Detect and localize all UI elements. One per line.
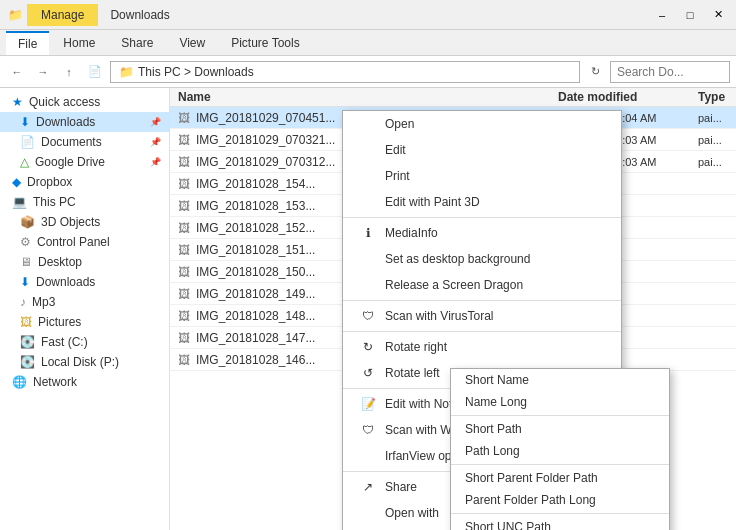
share-icon: ↗ bbox=[359, 478, 377, 496]
ribbon-tab-view[interactable]: View bbox=[167, 32, 217, 54]
open-with-icon bbox=[359, 504, 377, 522]
refresh-button[interactable]: ↻ bbox=[584, 61, 606, 83]
file-icon: 🖼 bbox=[178, 265, 190, 279]
quick-access-icon: ★ bbox=[12, 95, 23, 109]
path-icon: 📁 bbox=[119, 65, 134, 79]
file-type: pai... bbox=[698, 134, 728, 146]
sidebar-label: 3D Objects bbox=[41, 215, 100, 229]
sub-label: Path Long bbox=[465, 444, 520, 458]
ctx-open[interactable]: Open bbox=[343, 111, 621, 137]
sidebar: ★ Quick access ⬇ Downloads 📌 📄 Documents… bbox=[0, 88, 170, 530]
sidebar-item-downloads-quick[interactable]: ⬇ Downloads 📌 bbox=[0, 112, 169, 132]
ctx-virustotal[interactable]: 🛡 Scan with VirusToral bbox=[343, 303, 621, 329]
ctx-separator bbox=[343, 217, 621, 218]
sub-label: Name Long bbox=[465, 395, 527, 409]
desktop-bg-icon bbox=[359, 250, 377, 268]
ribbon-tab-file[interactable]: File bbox=[6, 31, 49, 55]
ctx-virustotal-label: Scan with VirusToral bbox=[385, 309, 494, 323]
sidebar-item-mp3[interactable]: ♪ Mp3 bbox=[0, 292, 169, 312]
sidebar-item-local-disk-p[interactable]: 💽 Local Disk (P:) bbox=[0, 352, 169, 372]
ctx-open-with-label: Open with bbox=[385, 506, 439, 520]
this-pc-icon: 💻 bbox=[12, 195, 27, 209]
sidebar-item-quick-access[interactable]: ★ Quick access bbox=[0, 92, 169, 112]
forward-button[interactable]: → bbox=[32, 61, 54, 83]
file-icon: 🖼 bbox=[178, 133, 190, 147]
file-icon: 🖼 bbox=[178, 287, 190, 301]
sidebar-item-control-panel[interactable]: ⚙ Control Panel bbox=[0, 232, 169, 252]
sub-label: Short Path bbox=[465, 422, 522, 436]
defender-icon: 🛡 bbox=[359, 421, 377, 439]
edit-icon bbox=[359, 141, 377, 159]
up-button[interactable]: ↑ bbox=[58, 61, 80, 83]
main-layout: ★ Quick access ⬇ Downloads 📌 📄 Documents… bbox=[0, 88, 736, 530]
ctx-edit-label: Edit bbox=[385, 143, 406, 157]
address-bar: ← → ↑ 📄 📁 This PC > Downloads ↻ bbox=[0, 56, 736, 88]
sub-short-parent-folder-path[interactable]: Short Parent Folder Path bbox=[451, 467, 669, 489]
sidebar-label: This PC bbox=[33, 195, 76, 209]
virustotal-icon: 🛡 bbox=[359, 307, 377, 325]
column-type[interactable]: Type bbox=[698, 90, 728, 104]
minimize-button[interactable]: – bbox=[652, 5, 672, 25]
sub-short-unc-path[interactable]: Short UNC Path bbox=[451, 516, 669, 530]
sidebar-item-this-pc[interactable]: 💻 This PC bbox=[0, 192, 169, 212]
print-icon bbox=[359, 167, 377, 185]
recent-button[interactable]: 📄 bbox=[84, 61, 106, 83]
manage-tab[interactable]: Manage bbox=[27, 4, 98, 26]
ribbon-tab-picture-tools[interactable]: Picture Tools bbox=[219, 32, 311, 54]
sub-parent-folder-path-long[interactable]: Parent Folder Path Long bbox=[451, 489, 669, 511]
column-date[interactable]: Date modified bbox=[558, 90, 698, 104]
ctx-desktop-bg-label: Set as desktop background bbox=[385, 252, 530, 266]
ribbon-tab-home[interactable]: Home bbox=[51, 32, 107, 54]
back-button[interactable]: ← bbox=[6, 61, 28, 83]
sub-name-long[interactable]: Name Long bbox=[451, 391, 669, 413]
ctx-mediainfo[interactable]: ℹ MediaInfo bbox=[343, 220, 621, 246]
desktop-icon: 🖥 bbox=[20, 255, 32, 269]
pin-icon: 📌 bbox=[150, 117, 161, 127]
ctx-rotate-right[interactable]: ↻ Rotate right bbox=[343, 334, 621, 360]
sidebar-label: Downloads bbox=[36, 115, 95, 129]
file-list-header: Name Date modified Type bbox=[170, 88, 736, 107]
sidebar-label: Control Panel bbox=[37, 235, 110, 249]
sidebar-item-3d-objects[interactable]: 📦 3D Objects bbox=[0, 212, 169, 232]
ribbon-tab-share[interactable]: Share bbox=[109, 32, 165, 54]
sub-label: Short Name bbox=[465, 373, 529, 387]
downloads-icon: ⬇ bbox=[20, 115, 30, 129]
column-name[interactable]: Name bbox=[178, 90, 558, 104]
sidebar-item-dropbox[interactable]: ◆ Dropbox bbox=[0, 172, 169, 192]
search-input[interactable] bbox=[610, 61, 730, 83]
close-button[interactable]: ✕ bbox=[708, 5, 728, 25]
sidebar-item-google-drive[interactable]: △ Google Drive 📌 bbox=[0, 152, 169, 172]
sidebar-item-downloads[interactable]: ⬇ Downloads bbox=[0, 272, 169, 292]
ctx-rotate-left-label: Rotate left bbox=[385, 366, 440, 380]
sidebar-item-network[interactable]: 🌐 Network bbox=[0, 372, 169, 392]
ctx-print[interactable]: Print bbox=[343, 163, 621, 189]
ctx-separator bbox=[343, 331, 621, 332]
sidebar-label: Dropbox bbox=[27, 175, 72, 189]
downloads2-icon: ⬇ bbox=[20, 275, 30, 289]
mediainfo-icon: ℹ bbox=[359, 224, 377, 242]
sub-path-long[interactable]: Path Long bbox=[451, 440, 669, 462]
ctx-desktop-bg[interactable]: Set as desktop background bbox=[343, 246, 621, 272]
sidebar-label: Google Drive bbox=[35, 155, 105, 169]
address-path[interactable]: 📁 This PC > Downloads bbox=[110, 61, 580, 83]
ctx-screen-dragon[interactable]: Release a Screen Dragon bbox=[343, 272, 621, 298]
sub-short-name[interactable]: Short Name bbox=[451, 369, 669, 391]
window-controls: – □ ✕ bbox=[652, 5, 728, 25]
pin-icon: 📌 bbox=[150, 157, 161, 167]
ctx-paint3d[interactable]: Edit with Paint 3D bbox=[343, 189, 621, 215]
file-icon: 🖼 bbox=[178, 111, 190, 125]
sidebar-label: Local Disk (P:) bbox=[41, 355, 119, 369]
title-bar: 📁 Manage Downloads – □ ✕ bbox=[0, 0, 736, 30]
maximize-button[interactable]: □ bbox=[680, 5, 700, 25]
ctx-print-label: Print bbox=[385, 169, 410, 183]
ctx-rotate-right-label: Rotate right bbox=[385, 340, 447, 354]
sidebar-item-pictures[interactable]: 🖼 Pictures bbox=[0, 312, 169, 332]
sub-short-path[interactable]: Short Path bbox=[451, 418, 669, 440]
sidebar-item-fast-c[interactable]: 💽 Fast (C:) bbox=[0, 332, 169, 352]
ctx-edit[interactable]: Edit bbox=[343, 137, 621, 163]
3d-objects-icon: 📦 bbox=[20, 215, 35, 229]
drive-p-icon: 💽 bbox=[20, 355, 35, 369]
sidebar-item-documents[interactable]: 📄 Documents 📌 bbox=[0, 132, 169, 152]
sidebar-item-desktop[interactable]: 🖥 Desktop bbox=[0, 252, 169, 272]
path-copy-submenu: Short Name Name Long Short Path Path Lon… bbox=[450, 368, 670, 530]
